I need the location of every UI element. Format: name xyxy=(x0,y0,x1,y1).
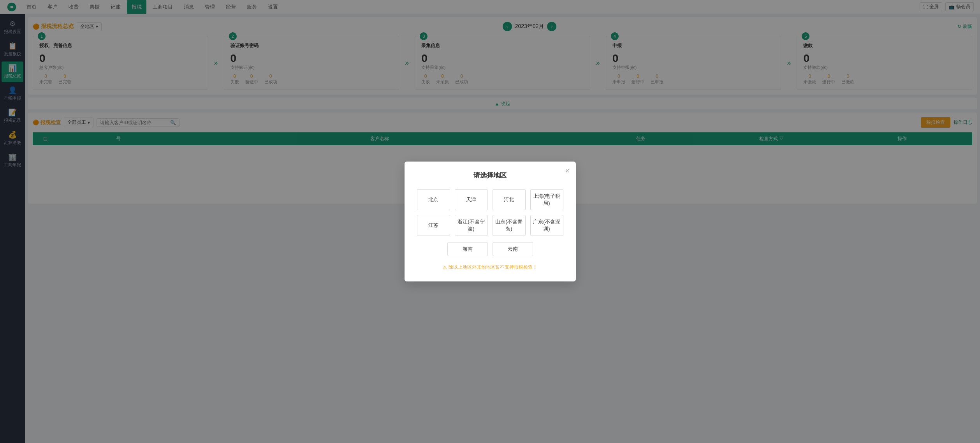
region-grid-2: 海南 云南 xyxy=(447,242,533,256)
region-modal: × 请选择地区 北京 天津 河北 上海(电子税局) 江苏 浙江(不含宁波) 山东… xyxy=(405,162,576,281)
region-tianjin[interactable]: 天津 xyxy=(455,189,488,210)
warning-text: 除以上地区外其他地区暂不支持报税检查！ xyxy=(449,264,537,271)
region-yunnan[interactable]: 云南 xyxy=(493,242,533,256)
region-grid: 北京 天津 河北 上海(电子税局) 江苏 浙江(不含宁波) 山东(不含青岛) 广… xyxy=(417,189,563,236)
modal-title: 请选择地区 xyxy=(417,171,563,180)
region-zhejiang[interactable]: 浙江(不含宁波) xyxy=(455,215,488,236)
region-shanghai[interactable]: 上海(电子税局) xyxy=(530,189,563,210)
modal-close-btn[interactable]: × xyxy=(565,167,570,175)
modal-warning: ⚠ 除以上地区外其他地区暂不支持报税检查！ xyxy=(417,264,563,271)
region-hebei[interactable]: 河北 xyxy=(493,189,526,210)
region-jiangsu[interactable]: 江苏 xyxy=(417,215,450,236)
region-hainan[interactable]: 海南 xyxy=(447,242,488,256)
warning-icon: ⚠ xyxy=(443,265,447,270)
modal-overlay[interactable]: × 请选择地区 北京 天津 河北 上海(电子税局) 江苏 浙江(不含宁波) 山东… xyxy=(0,0,980,443)
region-guangdong[interactable]: 广东(不含深圳) xyxy=(530,215,563,236)
region-beijing[interactable]: 北京 xyxy=(417,189,450,210)
region-shandong[interactable]: 山东(不含青岛) xyxy=(493,215,526,236)
